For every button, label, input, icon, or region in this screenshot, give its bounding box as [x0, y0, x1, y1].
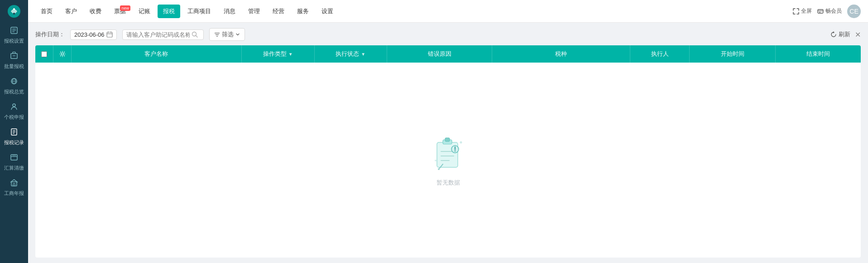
table-container: 客户名称 操作类型 ▼ 执行状态 ▼ 错误原因 税种 执行人 [35, 45, 861, 258]
nav-item-shezhi[interactable]: 设置 [316, 5, 339, 18]
sidebar-item-label: 工商年报 [4, 190, 24, 197]
main-area: 首页 客户 收费 票据 new 记账 报税 工商项目 消息 管理 经营 服务 设… [28, 0, 868, 263]
svg-rect-15 [11, 155, 17, 160]
empty-illustration [430, 133, 466, 174]
member-button[interactable]: 畅会员 [817, 7, 842, 15]
baoshuishezhi-icon [10, 26, 18, 36]
search-input[interactable] [126, 31, 190, 38]
svg-point-33 [61, 53, 63, 55]
svg-rect-36 [445, 138, 450, 141]
th-error-reason: 错误原因 [387, 45, 492, 63]
nav-item-xiaoxi[interactable]: 消息 [218, 5, 241, 18]
date-value: 2023-06-06 [74, 31, 105, 38]
filter-label: 筛选 [222, 30, 234, 39]
baoshuijilu-icon [10, 128, 18, 138]
empty-state: 暂无数据 [430, 133, 466, 187]
baoshuizonglan-icon [10, 77, 18, 87]
date-label: 操作日期： [35, 30, 65, 39]
nav-item-gongshangxiangmu[interactable]: 工商项目 [182, 5, 216, 18]
fullscreen-button[interactable]: 全屏 [793, 7, 812, 15]
nav-item-jizhang[interactable]: 记账 [133, 5, 156, 18]
new-badge: new [120, 5, 130, 11]
content-area: 操作日期： 2023-06-06 [28, 23, 868, 263]
sidebar-item-label: 汇算清缴 [4, 165, 24, 171]
member-label: 畅会员 [825, 7, 842, 15]
refresh-button[interactable]: 刷新 [830, 30, 850, 39]
sidebar-item-label: 报税记录 [4, 139, 24, 146]
sidebar-item-geshuishenbao[interactable]: 个税申报 [0, 99, 28, 124]
toolbar: 操作日期： 2023-06-06 [35, 28, 861, 41]
sidebar-item-baoshuizonglan[interactable]: 报税总览 [0, 73, 28, 99]
th-taxtype: 税种 [492, 45, 630, 63]
nav-item-piaoju[interactable]: 票据 new [109, 5, 131, 18]
refresh-icon [830, 31, 837, 38]
svg-line-29 [196, 36, 197, 38]
sidebar-item-gongshangnianbaao[interactable]: 工商年报 [0, 175, 28, 200]
sidebar-item-baoshuishezhi[interactable]: 报税设置 [0, 23, 28, 48]
member-icon [817, 8, 824, 15]
nav-item-shoufei[interactable]: 收费 [84, 5, 107, 18]
huisuanqingmiao-icon [10, 153, 18, 163]
calendar-icon [106, 31, 113, 38]
empty-text: 暂无数据 [436, 179, 460, 187]
sidebar-item-huisuanqingmiao[interactable]: 汇算清缴 [0, 150, 28, 175]
svg-rect-24 [107, 32, 112, 37]
sort-icon-status: ▼ [361, 52, 365, 57]
filter-icon [214, 32, 220, 38]
svg-point-2 [13, 13, 15, 15]
geshuishenbao-icon [10, 102, 18, 112]
svg-point-46 [438, 168, 440, 170]
svg-point-44 [435, 160, 436, 161]
top-nav: 首页 客户 收费 票据 new 记账 报税 工商项目 消息 管理 经营 服务 设… [28, 0, 868, 23]
sidebar-item-label: 个税申报 [4, 114, 24, 121]
nav-item-jingying[interactable]: 经营 [267, 5, 290, 18]
svg-point-10 [13, 104, 15, 107]
close-button[interactable]: ✕ [855, 30, 861, 39]
avatar[interactable]: CE [847, 5, 861, 18]
sidebar-item-label: 报税总览 [4, 88, 24, 95]
nav-item-client[interactable]: 客户 [60, 5, 82, 18]
sidebar-logo [0, 0, 28, 23]
refresh-label: 刷新 [839, 30, 850, 39]
th-client-name: 客户名称 [72, 45, 242, 63]
table-body: 暂无数据 [35, 63, 861, 258]
svg-point-1 [13, 8, 15, 10]
sidebar-item-label: 批量报税 [4, 63, 24, 70]
toolbar-right: 刷新 ✕ [830, 30, 861, 39]
sidebar-item-label: 报税设置 [4, 38, 24, 44]
nav-item-fuwu[interactable]: 服务 [292, 5, 314, 18]
nav-item-home[interactable]: 首页 [35, 5, 58, 18]
sidebar-item-baoshuijilu[interactable]: 报税记录 [0, 124, 28, 150]
filter-button[interactable]: 筛选 [209, 28, 245, 41]
nav-item-guanli[interactable]: 管理 [243, 5, 265, 18]
gear-icon [59, 51, 66, 57]
th-exec-status[interactable]: 执行状态 ▼ [315, 45, 388, 63]
search-bar[interactable] [122, 29, 204, 40]
svg-point-42 [454, 151, 455, 151]
sort-icon-optype: ▼ [288, 52, 293, 57]
svg-point-43 [460, 141, 462, 144]
select-all-checkbox[interactable] [41, 51, 47, 57]
nav-items: 首页 客户 收费 票据 new 记账 报税 工商项目 消息 管理 经营 服务 设… [35, 5, 793, 18]
nav-item-baoshui[interactable]: 报税 [158, 5, 180, 18]
chevron-down-icon [235, 32, 240, 37]
th-checkbox[interactable] [35, 45, 53, 63]
sidebar: 报税设置 批量报税 报税总览 个税申报 [0, 0, 28, 263]
date-picker[interactable]: 2023-06-06 [70, 29, 117, 40]
th-op-type[interactable]: 操作类型 ▼ [242, 45, 315, 63]
th-executor: 执行人 [630, 45, 690, 63]
sidebar-item-piliangbaoshui[interactable]: 批量报税 [0, 48, 28, 73]
th-start-time: 开始时间 [690, 45, 775, 63]
fullscreen-label: 全屏 [801, 7, 812, 15]
topnav-right: 全屏 畅会员 CE [793, 5, 861, 18]
search-icon [192, 31, 198, 38]
gongshangnianbaao-icon [10, 179, 18, 189]
piliangbaoshui-icon [10, 52, 18, 62]
fullscreen-icon [793, 8, 799, 15]
th-gear[interactable] [53, 45, 72, 63]
th-end-time: 结束时间 [776, 45, 861, 63]
svg-rect-21 [818, 10, 823, 13]
table-header: 客户名称 操作类型 ▼ 执行状态 ▼ 错误原因 税种 执行人 [35, 45, 861, 63]
